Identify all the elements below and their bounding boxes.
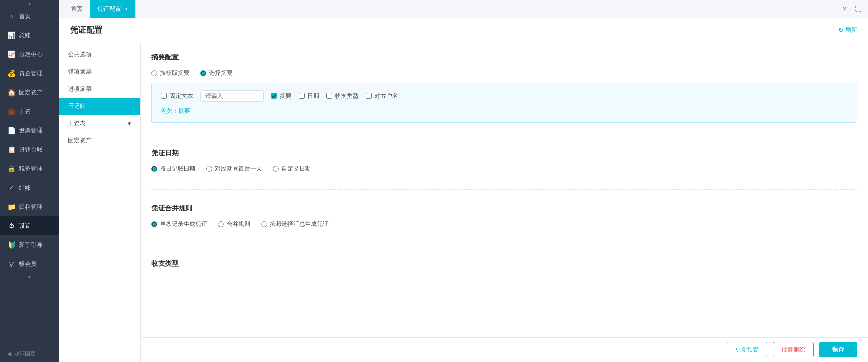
merge-radio-group: 单条记录生成凭证 合并规则 按照选择汇总生成凭证 xyxy=(151,220,857,228)
page-header: 凭证配置 ↻ 刷新 xyxy=(59,18,868,42)
settings-icon: ⚙ xyxy=(7,222,15,230)
fixed-text-label[interactable]: 固定文本 xyxy=(161,92,193,100)
tax-icon: 🔒 xyxy=(7,165,15,173)
date-checkbox-text: 日期 xyxy=(307,92,319,100)
date-option3-text: 自定义日期 xyxy=(281,165,311,173)
sidebar-item-guide[interactable]: 🔰 新手引导 xyxy=(0,235,59,254)
right-content: 摘要配置 按模版摘要 选择摘要 xyxy=(141,42,868,337)
sidebar-item-funds-label: 资金管理 xyxy=(19,69,43,78)
sidebar-item-ledger[interactable]: 📊 总账 xyxy=(0,26,59,45)
merge-option2-text: 合并规则 xyxy=(227,220,250,228)
pin-icon: ◀ xyxy=(7,351,11,357)
section-date: 凭证日期 按日记账日期 对应期间最后一天 xyxy=(151,149,857,190)
summary-option2-label[interactable]: 选择摘要 xyxy=(200,69,233,77)
save-button[interactable]: 保存 xyxy=(819,342,857,357)
type-checkbox[interactable] xyxy=(326,93,332,99)
refresh-button[interactable]: ↻ 刷新 xyxy=(839,26,857,34)
merge-option2-label[interactable]: 合并规则 xyxy=(218,220,250,228)
sidebar-item-member-label: 畅会员 xyxy=(19,260,37,268)
summary-radio-template[interactable] xyxy=(151,70,157,76)
assets-icon: 🏠 xyxy=(7,88,15,97)
sidebar-item-guide-label: 新手引导 xyxy=(19,241,43,249)
summary-radio-select[interactable] xyxy=(200,70,206,76)
batch-delete-button[interactable]: 批量删除 xyxy=(773,342,814,357)
counterpart-checkbox[interactable] xyxy=(366,93,372,99)
sidebar-cancel-pin[interactable]: ◀ 取消固定 xyxy=(0,345,59,362)
sidebar-item-settings[interactable]: ⚙ 设置 xyxy=(0,216,59,235)
window-close-button[interactable]: ✕ xyxy=(840,3,849,15)
sidebar-scroll-down[interactable]: ▼ xyxy=(0,274,59,280)
sidebar-item-home[interactable]: ⌂ 首页 xyxy=(0,7,59,26)
date-radio-custom[interactable] xyxy=(273,166,279,172)
sidebar-item-report[interactable]: 📈 报表中心 xyxy=(0,45,59,64)
date-radio-journal[interactable] xyxy=(151,166,157,172)
counterpart-checkbox-label[interactable]: 对方户名 xyxy=(366,92,398,100)
section-merge: 凭证合并规则 单条记录生成凭证 合并规则 xyxy=(151,204,857,245)
member-icon: V xyxy=(7,260,15,268)
left-nav-purchase-invoice[interactable]: 进项发票 xyxy=(59,80,140,98)
sidebar-item-funds[interactable]: 💰 资金管理 xyxy=(0,64,59,83)
date-radio-group: 按日记账日期 对应期间最后一天 自定义日期 xyxy=(151,165,857,173)
left-nav-sales-invoice[interactable]: 销项发票 xyxy=(59,63,140,80)
merge-option3-label[interactable]: 按照选择汇总生成凭证 xyxy=(261,220,329,228)
left-nav-public[interactable]: 公共选项 xyxy=(59,46,140,63)
example-value: 摘要 xyxy=(179,108,190,114)
sidebar-item-close-label: 结账 xyxy=(19,184,31,192)
content-wrapper: 凭证配置 ↻ 刷新 公共选项 销项发票 进项发票 日记账 xyxy=(59,18,868,362)
sidebar-item-sales-label: 进销台账 xyxy=(19,146,43,154)
section-summary: 摘要配置 按模版摘要 选择摘要 xyxy=(151,53,857,134)
bottom-bar: 更新预置 批量删除 保存 xyxy=(141,337,868,362)
date-section-title: 凭证日期 xyxy=(151,149,857,157)
sidebar-item-assets[interactable]: 🏠 固定资产 xyxy=(0,83,59,102)
sidebar-item-sales[interactable]: 📋 进销台账 xyxy=(0,140,59,159)
payroll-icon: 💼 xyxy=(7,108,15,116)
sidebar-item-member[interactable]: V 畅会员 xyxy=(0,254,59,274)
refresh-icon: ↻ xyxy=(839,27,844,34)
tab-voucher-close[interactable]: × xyxy=(125,6,128,12)
left-nav-sales-invoice-label: 销项发票 xyxy=(68,68,92,76)
merge-radio-merge[interactable] xyxy=(218,221,224,227)
left-nav-journal[interactable]: 日记账 xyxy=(59,98,140,115)
date-checkbox[interactable] xyxy=(299,93,305,99)
fixed-text-input[interactable] xyxy=(200,90,264,102)
left-nav-fixed-assets[interactable]: 固定资产 xyxy=(59,132,140,149)
summary-checkbox[interactable] xyxy=(271,93,277,99)
summary-checkbox-text: 摘要 xyxy=(280,92,291,100)
tab-home[interactable]: 首页 xyxy=(63,0,90,18)
merge-option1-label[interactable]: 单条记录生成凭证 xyxy=(151,220,207,228)
tab-voucher[interactable]: 凭证配置 × xyxy=(90,0,136,18)
sidebar-scroll-up[interactable]: ▲ xyxy=(0,0,59,7)
income-type-section-title: 收支类型 xyxy=(151,259,857,268)
sidebar-item-tax[interactable]: 🔒 税务管理 xyxy=(0,159,59,178)
summary-option1-label[interactable]: 按模版摘要 xyxy=(151,69,189,77)
ledger-icon: 📊 xyxy=(7,31,15,39)
sidebar-item-payroll[interactable]: 💼 工资 xyxy=(0,102,59,121)
close-accounts-icon: ✓ xyxy=(7,184,15,192)
summary-option1-text: 按模版摘要 xyxy=(160,69,189,77)
date-option3-label[interactable]: 自定义日期 xyxy=(273,165,311,173)
counterpart-checkbox-text: 对方户名 xyxy=(374,92,398,100)
date-option2-label[interactable]: 对应期间最后一天 xyxy=(206,165,262,173)
merge-option3-text: 按照选择汇总生成凭证 xyxy=(270,220,329,228)
type-checkbox-label[interactable]: 收支类型 xyxy=(326,92,359,100)
date-radio-period[interactable] xyxy=(206,166,212,172)
left-nav-payroll-table-label: 工资表 xyxy=(68,119,86,127)
sidebar-item-invoice[interactable]: 📄 发票管理 xyxy=(0,121,59,140)
sidebar-item-archive[interactable]: 📁 归档管理 xyxy=(0,197,59,216)
section-income-type: 收支类型 xyxy=(151,259,857,286)
left-nav-payroll-table[interactable]: 工资表 ▾ xyxy=(59,115,140,132)
merge-radio-aggregate[interactable] xyxy=(261,221,267,227)
summary-checkbox-label[interactable]: 摘要 xyxy=(271,92,291,100)
window-maximize-button[interactable]: ⛶ xyxy=(853,3,863,15)
sidebar-item-close[interactable]: ✓ 结账 xyxy=(0,178,59,197)
date-option1-label[interactable]: 按日记账日期 xyxy=(151,165,195,173)
report-icon: 📈 xyxy=(7,50,15,59)
sales-icon: 📋 xyxy=(7,146,15,154)
update-preview-button[interactable]: 更新预置 xyxy=(727,342,767,357)
merge-radio-single[interactable] xyxy=(151,221,157,227)
type-checkbox-text: 收支类型 xyxy=(335,92,359,100)
fixed-text-checkbox[interactable] xyxy=(161,93,167,99)
cancel-pin-label: 取消固定 xyxy=(14,350,36,357)
sidebar-item-invoice-label: 发票管理 xyxy=(19,127,43,135)
date-checkbox-label[interactable]: 日期 xyxy=(299,92,319,100)
